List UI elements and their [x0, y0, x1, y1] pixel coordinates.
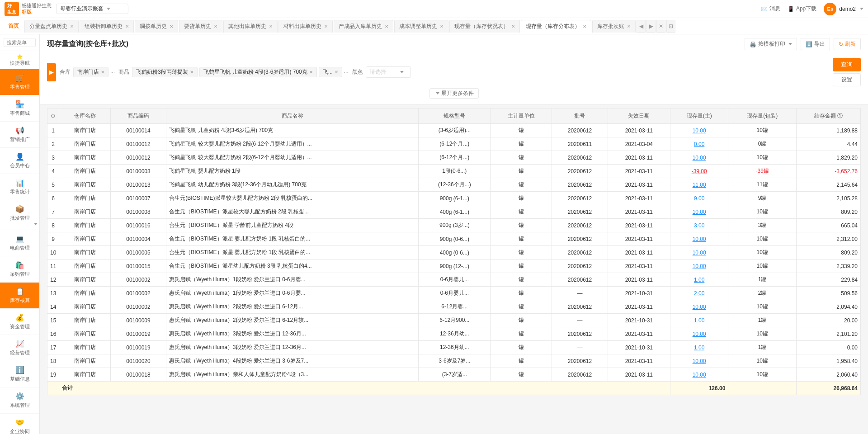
tab-nav-expand[interactable]: ⊡ — [666, 20, 675, 33]
row-warehouse: 南岸门店 — [59, 178, 110, 192]
tab-nav-close[interactable]: ✕ — [656, 20, 665, 33]
tab-close-1[interactable]: ✕ — [70, 24, 74, 29]
tab-4[interactable]: 要货单历史 ✕ — [179, 20, 222, 33]
expand-more-btn[interactable]: 展开更多条件 — [429, 88, 479, 99]
color-select[interactable]: 请选择 — [366, 66, 411, 78]
sidebar-item-retail[interactable]: 🛒 零售管理 — [0, 69, 39, 95]
app-download-btn[interactable]: 📱 App下载 — [788, 5, 816, 13]
row-qty-main[interactable]: 9.00 — [670, 192, 728, 205]
sidebar-item-finance[interactable]: 💰 资金管理 — [0, 309, 39, 335]
tab-close-11[interactable]: ✕ — [627, 24, 631, 29]
query-btn[interactable]: 查询 — [833, 58, 861, 71]
sidebar-item-wholesale[interactable]: 📦 批发管理 — [0, 200, 39, 230]
tab-home[interactable]: 首页 — [4, 20, 24, 33]
export-btn[interactable]: ⬇️ 导出 — [801, 38, 830, 50]
sidebar-shortcut[interactable]: ⭐ 快捷导航 — [0, 51, 39, 69]
finance-icon: 💰 — [15, 313, 24, 322]
row-qty-main[interactable]: 10.00 — [670, 124, 728, 137]
sidebar-item-retail-stat[interactable]: 📊 零售统计 — [0, 174, 39, 200]
col-qty-main: 现存量(主) — [670, 108, 728, 124]
warehouse-tag-remove[interactable]: ✕ — [101, 70, 104, 75]
tab-close-3[interactable]: ✕ — [170, 24, 173, 29]
row-qty-main[interactable]: -39.00 — [670, 165, 728, 178]
goods-tag-3-remove[interactable]: ✕ — [335, 70, 338, 75]
sidebar-item-member[interactable]: 👤 会员中心 — [0, 148, 39, 174]
goods-more[interactable]: ··· — [344, 69, 349, 75]
row-qty-main[interactable]: 10.00 — [670, 246, 728, 259]
sidebar-item-ecommerce[interactable]: 💻 电商管理 — [0, 230, 39, 256]
settings-icon[interactable]: ⚙ — [51, 113, 56, 119]
goods-tag-1-remove[interactable]: ✕ — [190, 70, 193, 75]
username: demo2 — [839, 6, 856, 12]
tab-5[interactable]: 其他出库单历史 ✕ — [223, 20, 278, 33]
row-qty-main[interactable]: 0.00 — [670, 137, 728, 151]
tab-close-7[interactable]: ✕ — [385, 24, 388, 29]
goods-tag-3[interactable]: 飞... ✕ — [319, 67, 342, 77]
goods-tag-2[interactable]: 飞鹤星飞帆 儿童奶粉 4段(3-6岁适用) 700克 ✕ — [199, 67, 317, 77]
row-no: 10 — [47, 246, 59, 259]
sidebar-item-business[interactable]: 📈 经营管理 — [0, 335, 39, 361]
table-row: 5 南岸门店 00100013 飞鹤星飞帆 幼儿配方奶粉 3段(12-36个月幼… — [47, 178, 861, 192]
tab-6[interactable]: 材料出库单历史 ✕ — [278, 20, 333, 33]
search-input[interactable] — [4, 38, 36, 47]
sidebar-item-inventory[interactable]: 📋 库存核算 — [0, 283, 39, 309]
goods-tag-2-remove[interactable]: ✕ — [309, 70, 313, 75]
expand-icon: ▶ — [49, 69, 54, 75]
row-qty-main[interactable]: 1.00 — [670, 314, 728, 327]
tab-3[interactable]: 调拨单历史 ✕ — [135, 20, 178, 33]
print-btn[interactable]: 🖨️ 按模板打印 — [745, 38, 797, 50]
tab-10[interactable]: 现存量（库存分布表） ✕ — [521, 20, 591, 33]
row-expire: 2021-03-11 — [608, 232, 670, 246]
tab-close-8[interactable]: ✕ — [440, 24, 443, 29]
tab-close-4[interactable]: ✕ — [214, 24, 217, 29]
tab-close-2[interactable]: ✕ — [125, 24, 129, 29]
row-balance: 1,829.20 — [796, 151, 860, 165]
goods-tag-1[interactable]: 飞鹤奶粉3段丙薄提装 ✕ — [132, 67, 198, 77]
row-no: 4 — [47, 165, 59, 178]
sidebar-item-collab[interactable]: 🤝 企业协同 — [0, 414, 39, 434]
tab-2[interactable]: 组装拆卸单历史 ✕ — [80, 20, 134, 33]
row-qty-main[interactable]: 10.00 — [670, 327, 728, 341]
row-qty-main[interactable]: 10.00 — [670, 205, 728, 219]
row-name: 惠氏启赋（Wyeth illuma）亲和人体儿童配方奶粉4段（3... — [166, 368, 419, 382]
sidebar-item-system[interactable]: ⚙️ 系统管理 — [0, 387, 39, 414]
user-area[interactable]: Ea demo2 — [824, 3, 863, 15]
warehouse-more[interactable]: ··· — [110, 69, 115, 75]
row-qty-main[interactable]: 10.00 — [670, 151, 728, 165]
row-qty-main[interactable]: 2.00 — [670, 287, 728, 300]
tab-close-9[interactable]: ✕ — [511, 24, 515, 29]
sidebar-item-basic[interactable]: ℹ️ 基础信息 — [0, 361, 39, 387]
sidebar-item-marketing[interactable]: 📢 营销推广 — [0, 122, 39, 148]
tab-11[interactable]: 库存批次账 ✕ — [592, 20, 636, 33]
row-qty-main[interactable]: 10.00 — [670, 354, 728, 368]
row-qty-main[interactable]: 10.00 — [670, 259, 728, 273]
color-label: 颜色 — [352, 68, 363, 76]
row-qty-main[interactable]: 3.00 — [670, 219, 728, 232]
set-btn[interactable]: 设置 — [833, 73, 861, 86]
industry-select[interactable]: 母婴行业演示账套 — [56, 4, 128, 14]
tab-nav-next[interactable]: ▶ — [646, 20, 656, 33]
row-qty-main[interactable]: 10.00 — [670, 232, 728, 246]
filter-expand-btn[interactable]: ▶ — [47, 63, 56, 81]
refresh-btn[interactable]: ↻ 刷新 — [834, 38, 861, 50]
tab-nav-prev[interactable]: ◀ — [637, 20, 646, 33]
sidebar-item-purchase[interactable]: 🛍️ 采购管理 — [0, 256, 39, 283]
tab-close-6[interactable]: ✕ — [324, 24, 328, 29]
tab-9[interactable]: 现存量（库存状况表） ✕ — [449, 20, 520, 33]
tab-close-5[interactable]: ✕ — [269, 24, 273, 29]
row-qty-main[interactable]: 1.00 — [670, 341, 728, 354]
row-qty-main[interactable]: 10.00 — [670, 300, 728, 314]
row-qty-pkg: 10罐 — [728, 151, 797, 165]
tab-1[interactable]: 分量盘点单历史 ✕ — [24, 20, 79, 33]
row-qty-main[interactable]: 1.00 — [670, 273, 728, 287]
message-btn[interactable]: ✉️ 消息 — [761, 5, 780, 13]
warehouse-tag[interactable]: 南岸门店 ✕ — [73, 67, 108, 77]
tab-7[interactable]: 产成品入库单历史 ✕ — [334, 20, 393, 33]
sidebar-item-shop[interactable]: 🏪 零售商城 — [0, 95, 39, 122]
col-settings[interactable]: ⚙ — [47, 108, 59, 124]
row-qty-main[interactable]: 10.00 — [670, 368, 728, 382]
tab-close-10[interactable]: ✕ — [583, 24, 586, 29]
row-qty-main[interactable]: 11.00 — [670, 178, 728, 192]
tab-8[interactable]: 成本调整单历史 ✕ — [394, 20, 448, 33]
row-warehouse: 南岸门店 — [59, 314, 110, 327]
